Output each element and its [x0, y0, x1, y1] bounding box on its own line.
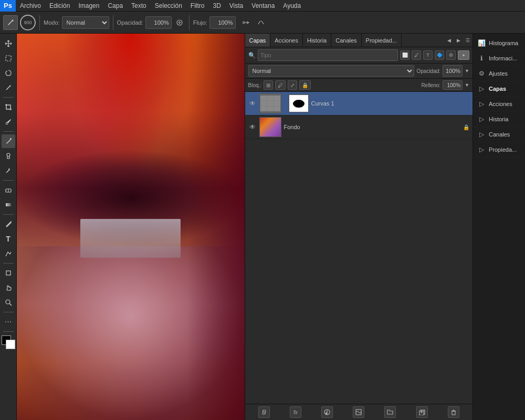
brush-size-circle[interactable]: 900 [20, 15, 36, 30]
pen-tool[interactable] [2, 217, 15, 231]
lasso-tool[interactable] [2, 66, 15, 80]
opacity-arrow[interactable]: ▼ [465, 68, 469, 74]
menu-items: Archivo Edición Imagen Capa Texto Selecc… [16, 0, 305, 11]
eraser-tool[interactable] [2, 183, 15, 197]
airbrush-btn[interactable] [240, 16, 253, 29]
tab-capas[interactable]: Capas [245, 34, 271, 47]
cr-histograma[interactable]: 📊 Histograma [473, 36, 525, 51]
lock-all[interactable]: 🔒 [299, 80, 311, 90]
cr-canales[interactable]: ▷ Canales [473, 127, 525, 142]
svg-rect-16 [260, 96, 280, 111]
gradient-tool[interactable] [2, 198, 15, 212]
history-brush-tool[interactable] [2, 164, 15, 177]
flow-input[interactable] [209, 16, 236, 29]
menu-capa[interactable]: Capa [103, 0, 127, 11]
tab-right-arrow[interactable]: ▶ [454, 34, 463, 47]
layer-adjustment-btn[interactable] [353, 406, 364, 418]
smoothing-btn[interactable] [255, 16, 267, 29]
layer-filter-btn3[interactable]: T [423, 50, 433, 60]
text-tool[interactable]: T [2, 232, 15, 246]
layer-fx-btn[interactable]: fx [290, 406, 301, 418]
brush-tool-button[interactable] [3, 15, 18, 30]
cr-ajustes[interactable]: ⚙ Ajustes [473, 66, 525, 81]
layer-filter-toggle[interactable]: ● [458, 50, 469, 60]
tool-separator-2 [3, 131, 14, 132]
lock-arrows[interactable]: ⤢ [288, 80, 297, 90]
layer-eye-curvas1[interactable]: 👁 [248, 99, 257, 108]
main-layout: T ··· [0, 34, 525, 420]
layer-row-curvas1[interactable]: 👁 [245, 92, 473, 116]
path-select-tool[interactable] [2, 247, 15, 260]
layer-eye-fondo[interactable]: 👁 [248, 123, 257, 131]
cr-acciones[interactable]: ▷ Acciones [473, 97, 525, 112]
tab-propiedades[interactable]: Propiedad... [362, 34, 402, 47]
informaci-icon: ℹ [477, 55, 486, 62]
tab-left-arrow[interactable]: ◀ [444, 34, 454, 47]
brush-tool-left[interactable] [2, 134, 15, 148]
left-toolbar: T ··· [0, 34, 17, 420]
fill-arrow[interactable]: ▼ [465, 82, 469, 88]
layer-filter-btn1[interactable]: ⬜ [400, 50, 410, 60]
magic-wand-tool[interactable] [2, 81, 15, 94]
panel-tab-arrows: ◀ ▶ ☰ [444, 34, 472, 47]
menu-texto[interactable]: Texto [127, 0, 151, 11]
layer-group-btn[interactable] [384, 406, 396, 418]
tab-historia[interactable]: Historia [303, 34, 331, 47]
layer-filter-btn4[interactable]: 🔷 [435, 50, 444, 60]
opacity-value-input[interactable] [443, 65, 463, 77]
layers-search-bar: 🔍 ⬜ 🖊 T 🔷 ⚙ ● [245, 47, 473, 64]
cr-informaci[interactable]: ℹ Informaci... [473, 51, 525, 66]
layer-mask-thumb-curvas1[interactable] [289, 94, 309, 112]
historia-icon: ▷ [477, 116, 486, 123]
menu-3d[interactable]: 3D [208, 0, 225, 11]
crop-tool[interactable] [2, 100, 15, 114]
menu-ventana[interactable]: Ventana [247, 0, 279, 11]
lock-brush[interactable]: 🖊 [275, 80, 286, 90]
brush-size-label: 900 [24, 20, 32, 25]
tool-separator-4 [3, 214, 14, 215]
layer-row-fondo[interactable]: 👁 Fondo 🔒 [245, 116, 473, 139]
cr-propieda[interactable]: ▷ Propieda... [473, 142, 525, 158]
tab-canales[interactable]: Canales [331, 34, 361, 47]
menu-seleccion[interactable]: Selección [151, 0, 186, 11]
zoom-tool[interactable] [2, 296, 15, 309]
blend-opacity-row: Normal Opacidad: ▼ [245, 64, 473, 79]
top-red-area [62, 34, 199, 169]
menu-filtro[interactable]: Filtro [186, 0, 209, 11]
cr-capas[interactable]: ▷ Capas [473, 81, 525, 97]
menu-ayuda[interactable]: Ayuda [279, 0, 305, 11]
move-tool[interactable] [2, 37, 15, 50]
svg-line-4 [6, 86, 10, 90]
tab-acciones[interactable]: Acciones [270, 34, 303, 47]
cr-histograma-label: Histograma [489, 40, 518, 46]
more-tools[interactable]: ··· [2, 315, 15, 329]
menu-imagen[interactable]: Imagen [74, 0, 103, 11]
fill-value-input[interactable] [443, 80, 463, 90]
panel-menu-btn[interactable]: ☰ [463, 34, 472, 47]
canvas-area[interactable] [17, 34, 245, 420]
menu-edicion[interactable]: Edición [45, 0, 74, 11]
mode-select[interactable]: Normal [62, 16, 109, 29]
menu-archivo[interactable]: Archivo [16, 0, 45, 11]
layer-mask-btn[interactable] [321, 406, 333, 418]
layer-filter-btn5[interactable]: ⚙ [446, 50, 456, 60]
menu-vista[interactable]: Vista [225, 0, 247, 11]
eyedropper-tool[interactable] [2, 115, 15, 129]
histograma-icon: 📊 [477, 39, 486, 47]
layer-link-btn[interactable] [258, 406, 270, 418]
select-tool[interactable] [2, 51, 15, 65]
shape-tool[interactable] [2, 266, 15, 280]
opacity-input[interactable] [145, 16, 172, 29]
fg-bg-colors[interactable] [2, 335, 15, 349]
lock-fill-row: Bloq.: ⊞ 🖊 ⤢ 🔒 Relleno: ▼ [245, 79, 473, 92]
cr-historia[interactable]: ▷ Historia [473, 112, 525, 127]
lock-checkerboard[interactable]: ⊞ [264, 80, 273, 90]
hand-tool[interactable] [2, 281, 15, 295]
blend-mode-select[interactable]: Normal [248, 65, 415, 77]
clone-stamp-tool[interactable] [2, 149, 15, 163]
layer-filter-btn2[interactable]: 🖊 [412, 50, 421, 60]
opacity-pressure-btn[interactable] [174, 17, 185, 28]
layer-new-btn[interactable] [416, 406, 428, 418]
layer-search-input[interactable] [258, 49, 398, 61]
layer-delete-btn[interactable] [448, 406, 459, 418]
